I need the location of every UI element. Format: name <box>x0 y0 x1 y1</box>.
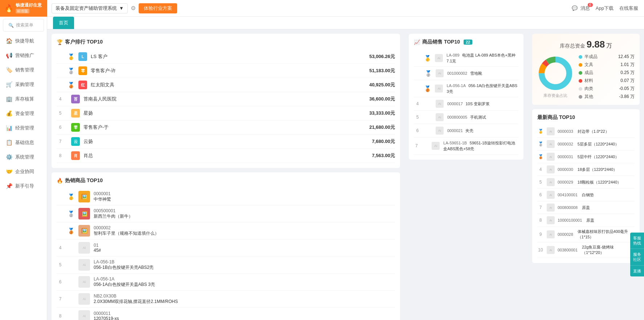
hot-products-list: 🥇 🖼️ 0000001 中华神鹫 🥈 🖼️ 000500001 新西兰牛肉（新… <box>57 188 395 320</box>
top-bar: 🔥 畅捷通好生意 标准版 装备及固定资产辅助管理系统 ▼ ⚙ 体验行业方案 💬 … <box>0 0 644 17</box>
float-btn-service[interactable]: 客服热线 <box>630 233 644 249</box>
app-download-link[interactable]: App下载 <box>596 5 614 12</box>
prod-rank-num: 7 <box>414 143 419 148</box>
customer-name: 零售客户-于 <box>83 124 366 131</box>
rank-number: 8 <box>57 153 64 158</box>
newest-code: 0000029 <box>558 180 573 184</box>
sidebar-item-finance[interactable]: 💰 资金管理 <box>0 106 47 121</box>
sidebar-search[interactable]: 🔍 搜索菜单 <box>3 19 44 32</box>
hot-product-name: 2.0X30MM双排花轴,摆花直径2.1MM/ROHS <box>94 299 178 305</box>
hot-product-info: NB2.0X30B 2.0X30MM双排花轴,摆花直径2.1MM/ROHS <box>94 294 178 305</box>
trophy-icon: 🏆 <box>57 39 63 45</box>
legend-value: -0.05 万 <box>619 86 635 92</box>
prod-info: 0000017 10S 变刷罗浆 <box>447 101 490 107</box>
newest-thumb: Ai <box>547 216 555 224</box>
legend-value: 0.25 万 <box>620 70 635 76</box>
customer-rank-row: 4 苔 苔南县人民医院 36,600.00元 <box>57 92 395 106</box>
search-icon: 🔍 <box>8 23 14 28</box>
notification-badge: 6 <box>588 3 593 7</box>
legend-name: 文具 <box>584 62 618 68</box>
hot-product-code: 0000001 <box>94 191 111 196</box>
newest-product-row: 4 Ai 0000030 18多层（1220*2440） <box>537 163 635 176</box>
hot-product-name: 智利车子里（规格不知道填什么） <box>94 230 159 237</box>
sidebar-item-guide[interactable]: 📌 新手引导 <box>0 179 47 193</box>
home-icon: 🏠 <box>6 38 12 44</box>
newest-code: 003800001 <box>558 248 578 252</box>
customer-ranking-title: 🏆 客户排行 TOP10 <box>57 39 395 45</box>
newest-code: 10000100001 <box>558 218 582 222</box>
notification-icon: 💬 <box>572 5 578 11</box>
online-service-link[interactable]: 在线客服 <box>619 5 638 12</box>
inventory-legend: 半成品 12.45 万 文具 1.01 万 成品 0.25 万 材料 0.07 … <box>579 54 635 100</box>
operation-icon: 📊 <box>6 125 12 131</box>
newest-code: 004100001 <box>558 193 578 197</box>
hot-product-row: 🥉 🖼️ 0000002 智利车子里（规格不知道填什么） <box>57 222 395 239</box>
legend-dot <box>579 87 582 91</box>
hot-medal: 🥉 <box>68 227 75 234</box>
sidebar-item-basic[interactable]: 📋 基础信息 <box>0 135 47 150</box>
inventory-stats-card: 库存总资金 9.88 万 <box>532 34 640 105</box>
legend-item: 肉类 -0.05 万 <box>579 86 635 92</box>
sidebar-label-marketing: 营销推广 <box>15 52 34 59</box>
prod-name: 夹壳 <box>465 128 473 133</box>
hot-product-name: 新西兰牛肉（新牛） <box>94 213 133 220</box>
hot-rank-num: 7 <box>57 296 64 301</box>
customer-rank-row: 🥇 L LS 客户 53,006.26元 <box>57 50 395 64</box>
hot-products-title: 🔥 热销商品 TOP10 <box>57 177 395 184</box>
legend-value: 12.45 万 <box>618 54 635 60</box>
rank-medal: 🥇 <box>68 53 75 60</box>
customer-rank-row: 8 肖 肖总 7,563.00元 <box>57 149 395 163</box>
top-bar-left: 装备及固定资产辅助管理系统 ▼ ⚙ 体验行业方案 <box>52 3 177 13</box>
legend-item: 文具 1.01 万 <box>579 62 635 68</box>
newest-thumb: Ai <box>547 191 555 199</box>
sidebar-item-marketing[interactable]: 📢 营销推广 <box>0 48 47 63</box>
hot-product-row: 4 Ai 01 45# <box>57 239 395 257</box>
left-panel: 🏆 客户排行 TOP10 🥇 L LS 客户 53,006.26元 🥈 零 零售… <box>47 29 404 320</box>
sidebar-item-nav[interactable]: 🏠 快捷导航 <box>0 34 47 48</box>
newest-code: 0000032 <box>558 142 573 146</box>
rank-number: 4 <box>57 97 64 102</box>
product-rank-row: 🥉 Ai LA-056-1A 056-1A白色按键开关盖ABS 3壳 <box>414 80 518 97</box>
notification-wrap[interactable]: 💬 6 消息 <box>572 5 590 12</box>
hot-product-info: 0000001 中华神鹫 <box>94 191 111 202</box>
hot-product-name: 中华神鹫 <box>94 196 111 202</box>
newest-thumb: Ai <box>547 127 555 135</box>
sidebar-item-purchase[interactable]: 🛒 采购管理 <box>0 77 47 92</box>
sidebar-item-system[interactable]: ⚙️ 系统管理 <box>0 150 47 164</box>
newest-product-list: 🥇 Ai 0000033 封边带（1.0*22） 🥈 Ai 0000032 5层… <box>537 125 635 258</box>
sidebar-item-operation[interactable]: 📊 经营管理 <box>0 121 47 135</box>
settings-icon[interactable]: ⚙ <box>131 5 136 12</box>
tab-home[interactable]: 首页 <box>53 17 74 29</box>
sidebar-item-enterprise[interactable]: 🤝 企业协同 <box>0 164 47 179</box>
prod-code: 0000017 <box>447 102 463 106</box>
right-panel: 库存总资金 9.88 万 <box>528 29 644 320</box>
prod-name: 手机测试 <box>470 115 486 119</box>
hot-product-row: 6 Ai LA-056-1A 056-1A白色按键开关盖ABS 3壳 <box>57 274 395 291</box>
hot-product-code: LA-056-1B <box>94 259 154 264</box>
finance-icon: 💰 <box>6 110 12 117</box>
newest-product-row: 9 Ai 0000028 体械嘉枝味苏打饮品400毫升（1*15） <box>537 227 635 242</box>
newest-rank-num: 10 <box>537 247 544 253</box>
hot-product-code: NB2.0X30B <box>94 294 178 299</box>
hot-product-row: 8 Ai 0000011 12070519-xs <box>57 308 395 320</box>
sidebar-label-operation: 经营管理 <box>15 125 34 131</box>
sidebar-item-sales[interactable]: 🏷️ 销售管理 <box>0 63 47 77</box>
prod-thumb: Ai <box>436 100 444 108</box>
app-selector[interactable]: 装备及固定资产辅助管理系统 ▼ <box>52 3 128 13</box>
customer-avatar: 星 <box>71 109 80 118</box>
customer-ranking-list: 🥇 L LS 客户 53,006.26元 🥈 零 零售客户-许 51,183.0… <box>57 50 395 163</box>
prod-code: LA-59651-1B <box>443 141 467 145</box>
float-btn-community[interactable]: 服务社区 <box>630 249 644 266</box>
float-btn-live[interactable]: 直播 <box>630 266 644 276</box>
customer-rank-row: 7 云 云扬 7,680.00元 <box>57 135 395 149</box>
legend-name: 成品 <box>584 70 618 76</box>
product-rank-list: 🥇 Ai LA-089 电池盖 LA-089 ABS本色+黑种 7.1克 🥈 A… <box>414 50 518 155</box>
sidebar-item-inventory[interactable]: 🏢 库存核算 <box>0 92 47 106</box>
newest-product-row: 🥉 Ai 0000031 5层中纤（1220*2440） <box>537 151 635 163</box>
newest-rank-num: 8 <box>537 218 544 223</box>
newest-name: 5层中纤（1220*2440） <box>578 154 635 160</box>
trial-button[interactable]: 体验行业方案 <box>139 3 177 13</box>
newest-product-row: 5 Ai 0000029 18颗粒板（1220*2440） <box>537 176 635 189</box>
customer-ranking-card: 🏆 客户排行 TOP10 🥇 L LS 客户 53,006.26元 🥈 零 零售… <box>52 34 400 168</box>
marketing-icon: 📢 <box>6 52 12 59</box>
